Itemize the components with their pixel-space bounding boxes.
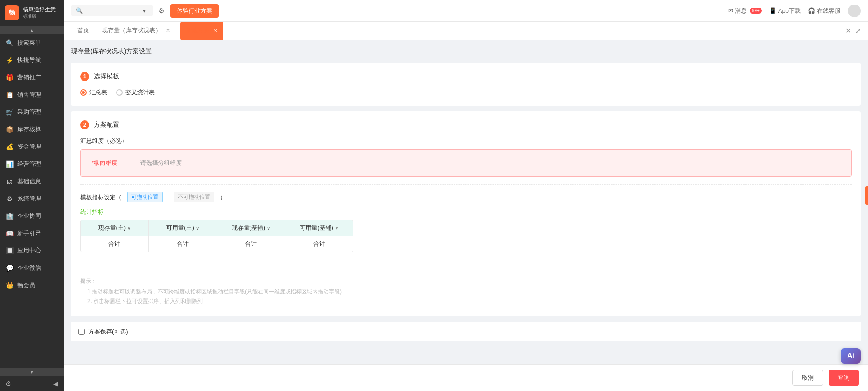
radio-summary[interactable]: 汇总表 [80,88,107,97]
stats-cell-3: 合计 [217,236,286,252]
sidebar-item-label: 企业协同 [17,212,41,220]
sidebar-item-label: 新手引导 [17,229,41,237]
search-icon: 🔍 [76,7,83,14]
stats-col-4[interactable]: 可用量(基辅) ∨ [285,220,353,236]
save-checkbox[interactable] [78,329,85,335]
online-service-btn[interactable]: 🎧 在线客服 [808,7,841,15]
sidebar-item-purchase[interactable]: 🛒 采购管理 [0,103,64,121]
sidebar-item-basic[interactable]: 🗂 基础信息 [0,173,64,190]
user-avatar[interactable] [848,5,861,17]
stats-section-label: 统计指标 [80,208,852,216]
expand-panel-icon[interactable]: ⤢ [855,26,861,35]
indicator-label: 模板指标设定（ [80,193,122,201]
indicator-fixed-tag: 不可拖动位置 [174,192,214,202]
topbar: 🔍 ▾ ⚙ 体验行业方案 ✉ 消息 99+ 📱 App下载 🎧 在线客服 [64,0,868,22]
ai-button[interactable]: Ai [841,348,861,364]
tab-home[interactable]: 首页 [71,22,96,40]
basic-icon: 🗂 [5,177,14,185]
sidebar-scroll-down[interactable]: ▼ [0,368,64,376]
tab-new-plan[interactable]: 新建方案 ✕ [180,22,223,40]
col4-chevron-icon: ∨ [335,226,338,231]
col3-chevron-icon: ∨ [267,226,270,231]
topbar-search[interactable]: 🔍 ▾ [71,5,153,16]
tab-inventory-close[interactable]: ✕ [166,27,170,34]
trial-btn[interactable]: 体验行业方案 [170,4,219,18]
stats-table-header: 现存量(主) ∨ 可用量(主) ∨ 现存量(基辅) ∨ 可用量(基辅) ∨ [81,220,353,236]
sidebar-item-label: 搜索菜单 [17,39,41,47]
sidebar-item-marketing[interactable]: 🎁 营销推广 [0,69,64,86]
sidebar-item-wechat[interactable]: 💬 企业微信 [0,259,64,277]
main-wrapper: 🔍 ▾ ⚙ 体验行业方案 ✉ 消息 99+ 📱 App下载 🎧 在线客服 [64,0,868,391]
dimension-box[interactable]: *纵向维度 —— 请选择分组维度 [80,149,852,177]
tips-item-1: 1.拖动标题栏可以调整布局，不可跨维度或指标区域拖动栏目字段(只能在同一维度或指… [80,288,852,296]
operations-icon: 📊 [5,160,14,168]
dropdown-icon[interactable]: ▾ [143,8,146,14]
stats-table: 现存量(主) ∨ 可用量(主) ∨ 现存量(基辅) ∨ 可用量(基辅) ∨ [80,220,353,252]
purchase-icon: 🛒 [5,108,14,116]
save-label: 方案保存(可选) [88,328,128,336]
col1-chevron-icon: ∨ [128,226,131,231]
sidebar-scroll-up[interactable]: ▲ [0,26,64,34]
sidebar-item-label: 营销推广 [17,73,41,82]
dimension-placeholder: 请选择分组维度 [140,159,182,167]
settings-bottom-icon[interactable]: ⚙ [5,380,11,387]
wechat-icon: 💬 [5,264,14,272]
tips-section: 提示： 1.拖动标题栏可以调整布局，不可跨维度或指标区域拖动栏目字段(只能在同一… [80,278,852,305]
sidebar-item-sales[interactable]: 📋 销售管理 [0,86,64,103]
sidebar-item-label: 畅会员 [17,281,35,289]
apps-icon: 🔲 [5,247,14,255]
sidebar-item-company[interactable]: 🏢 企业协同 [0,207,64,225]
step2-badge: 2 [80,120,89,129]
sidebar: 畅 畅康通好生意 标准版 ▲ 🔍 搜索菜单 ⚡ 快捷导航 🎁 营销推广 📋 销售… [0,0,64,391]
sidebar-item-apps[interactable]: 🔲 应用中心 [0,242,64,259]
collapse-icon[interactable]: ◀ [53,380,58,387]
action-bar: 取消 查询 [64,364,868,391]
template-radio-group: 汇总表 交叉统计表 [80,88,852,97]
radio-cross-circle [116,89,123,96]
sidebar-item-search[interactable]: 🔍 搜索菜单 [0,34,64,51]
stats-cell-1: 合计 [81,236,149,252]
finance-icon: 💰 [5,143,14,151]
step2-header: 2 方案配置 [80,120,852,129]
indicator-suffix: ） [220,193,226,201]
stats-cell-2: 合计 [149,236,217,252]
content-area: 现存量(库存状况表)方案设置 1 选择模板 汇总表 交叉统计表 2 [64,40,868,364]
query-button[interactable]: 查询 [829,370,859,386]
sidebar-item-operations[interactable]: 📊 经营管理 [0,155,64,173]
stats-col-1[interactable]: 现存量(主) ∨ [81,220,149,236]
page-title: 现存量(库存状况表)方案设置 [71,47,861,56]
topbar-left: 🔍 ▾ ⚙ 体验行业方案 [71,4,219,18]
stats-cell-4: 合计 [285,236,353,252]
col2-chevron-icon: ∨ [196,226,199,231]
message-btn[interactable]: ✉ 消息 99+ [728,7,762,15]
company-icon: 🏢 [5,212,14,220]
app-subtitle: 标准版 [23,13,56,20]
shortcut-icon: ⚡ [5,56,14,64]
search-input[interactable] [86,8,140,14]
sidebar-item-label: 库存核算 [17,125,41,134]
sidebar-item-label: 经营管理 [17,160,41,168]
radio-summary-label: 汇总表 [89,88,107,97]
cancel-button[interactable]: 取消 [792,370,823,386]
stats-col-3[interactable]: 现存量(基辅) ∨ [217,220,286,236]
radio-cross[interactable]: 交叉统计表 [116,88,155,97]
sidebar-item-finance[interactable]: 💰 资金管理 [0,138,64,155]
topbar-settings-icon[interactable]: ⚙ [158,6,165,15]
stats-col-2[interactable]: 可用量(主) ∨ [149,220,217,236]
sidebar-item-member[interactable]: 👑 畅会员 [0,277,64,294]
close-panel-icon[interactable]: ✕ [845,26,851,35]
sidebar-item-label: 企业微信 [17,264,41,272]
indicator-movable-tag: 可拖动位置 [127,192,163,202]
sidebar-item-shortcut[interactable]: ⚡ 快捷导航 [0,51,64,69]
step1-card: 1 选择模板 汇总表 交叉统计表 [71,63,861,106]
sidebar-item-guide[interactable]: 📖 新手引导 [0,225,64,242]
app-download-btn[interactable]: 📱 App下载 [769,7,801,15]
tab-inventory[interactable]: 现存量（库存状况表） ✕ [96,22,177,40]
download-icon: 📱 [769,7,776,14]
sidebar-item-inventory[interactable]: 📦 库存核算 [0,121,64,138]
sales-icon: 📋 [5,91,14,99]
sidebar-item-system[interactable]: ⚙ 系统管理 [0,190,64,207]
marketing-icon: 🎁 [5,73,14,82]
tabbar-right: ✕ ⤢ [845,26,861,35]
tab-new-plan-close[interactable]: ✕ [213,27,218,34]
